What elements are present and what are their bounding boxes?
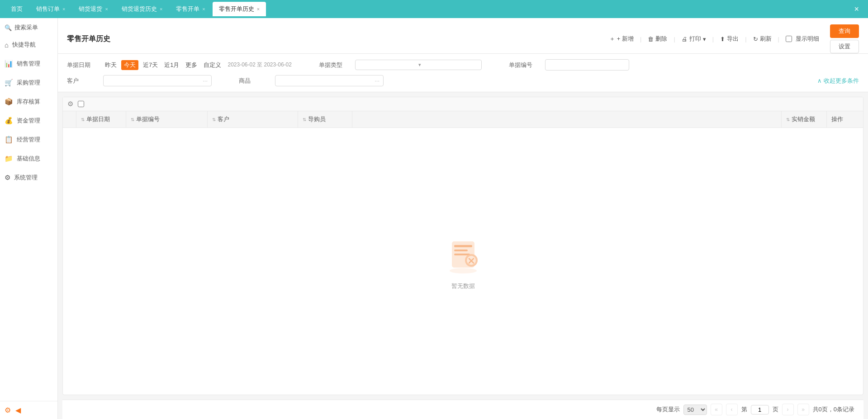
sidebar: 🔍 搜索采单 ⌂ 快捷导航 📊 销售管理 🛒 采购管理 📦 库存核算 💰 资金管… bbox=[0, 18, 58, 419]
basic-info-icon: 📁 bbox=[5, 155, 13, 163]
divider-1: | bbox=[640, 36, 641, 42]
order-num-input[interactable] bbox=[545, 59, 629, 71]
sidebar-item-system[interactable]: ⚙ 系统管理 bbox=[0, 168, 57, 187]
display-detail-input[interactable] bbox=[786, 36, 792, 42]
add-button[interactable]: ＋ + 新增 bbox=[609, 35, 634, 43]
th-empty bbox=[63, 111, 76, 127]
content-area: 零售开单历史 ＋ + 新增 | 🗑 删除 | 🖨 打印 ▾ | bbox=[58, 18, 868, 419]
goods-label: 商品 bbox=[239, 77, 266, 85]
goods-input[interactable]: ··· bbox=[275, 75, 384, 86]
svg-point-0 bbox=[450, 268, 477, 273]
display-detail-checkbox[interactable]: 显示明细 bbox=[786, 35, 819, 43]
tab-sales-return-history[interactable]: 销货退货历史 × bbox=[115, 2, 169, 16]
add-icon: ＋ bbox=[609, 35, 615, 43]
window-close-button[interactable]: × bbox=[849, 5, 863, 14]
th-date[interactable]: ⇅ 单据日期 bbox=[76, 111, 126, 127]
th-customer[interactable]: ⇅ 客户 bbox=[208, 111, 298, 127]
empty-state-icon bbox=[441, 232, 486, 278]
collapse-filter-button[interactable]: ∧ 收起更多条件 bbox=[817, 77, 859, 85]
sidebar-item-basic-info[interactable]: 📁 基础信息 bbox=[0, 149, 57, 168]
date-opt-7days[interactable]: 近7天 bbox=[141, 60, 160, 70]
customer-label: 客户 bbox=[67, 77, 94, 85]
close-tab-sales-return-icon[interactable]: × bbox=[105, 6, 108, 12]
management-icon: 📋 bbox=[5, 136, 13, 144]
order-type-select[interactable]: ▾ bbox=[355, 60, 482, 70]
print-icon: 🖨 bbox=[682, 36, 688, 42]
delete-button[interactable]: 🗑 删除 bbox=[648, 35, 667, 43]
page-first-button[interactable]: « bbox=[711, 404, 722, 415]
refresh-icon: ↻ bbox=[753, 36, 758, 42]
th-action: 操作 bbox=[827, 111, 863, 127]
query-button[interactable]: 查询 bbox=[830, 24, 859, 38]
page-prev-button[interactable]: ‹ bbox=[726, 404, 738, 415]
table-area: ⚙ ⇅ 单据日期 ⇅ 单据编号 ⇅ 客户 bbox=[62, 97, 863, 395]
sort-amount-icon: ⇅ bbox=[786, 117, 790, 122]
chevron-down-icon: ▾ bbox=[418, 62, 478, 68]
page-last-button[interactable]: » bbox=[797, 404, 809, 415]
close-tab-sales-order-icon[interactable]: × bbox=[62, 6, 65, 12]
select-all-checkbox[interactable] bbox=[78, 101, 84, 107]
purchase-icon: 🛒 bbox=[5, 79, 13, 87]
per-page-label: 每页显示 bbox=[656, 405, 680, 414]
table-body: 暂无数据 bbox=[63, 128, 863, 395]
sort-customer-icon: ⇅ bbox=[212, 117, 216, 122]
date-range-text: 2023-06-02 至 2023-06-02 bbox=[228, 61, 291, 69]
close-tab-retail-order-history-icon[interactable]: × bbox=[257, 6, 260, 12]
collapse-sidebar-icon[interactable]: ◀ bbox=[15, 406, 21, 414]
th-order-num[interactable]: ⇅ 单据编号 bbox=[126, 111, 208, 127]
filter-settings-button[interactable]: 设置 bbox=[830, 40, 859, 53]
sidebar-item-sales[interactable]: 📊 销售管理 bbox=[0, 54, 57, 73]
page-next-button[interactable]: › bbox=[782, 404, 794, 415]
tab-retail-order[interactable]: 零售开单 × bbox=[170, 2, 211, 16]
tab-retail-order-history[interactable]: 零售开单历史 × bbox=[213, 2, 266, 16]
system-icon: ⚙ bbox=[5, 174, 10, 182]
page-number-input[interactable] bbox=[751, 405, 769, 414]
th-extra bbox=[352, 111, 782, 127]
svg-rect-3 bbox=[454, 250, 468, 251]
table-toolbar: ⚙ bbox=[63, 97, 863, 111]
print-dropdown-icon: ▾ bbox=[703, 36, 706, 42]
sidebar-bottom: ⚙ ◀ bbox=[0, 401, 57, 419]
sidebar-item-finance[interactable]: 💰 资金管理 bbox=[0, 111, 57, 130]
customer-input[interactable]: ··· bbox=[103, 75, 212, 86]
close-tab-retail-order-icon[interactable]: × bbox=[202, 6, 205, 12]
filter-row-2: 客户 ··· 商品 ··· ∧ 收起更多条件 bbox=[67, 75, 859, 86]
pagination-bar: 每页显示 50 100 200 « ‹ 第 页 › » 共0页，0条记录 bbox=[62, 400, 863, 419]
home-icon: ⌂ bbox=[5, 41, 9, 49]
delete-icon: 🗑 bbox=[648, 36, 654, 42]
print-button[interactable]: 🖨 打印 ▾ bbox=[682, 35, 706, 43]
collapse-icon: ∧ bbox=[817, 77, 822, 84]
th-salesperson[interactable]: ⇅ 导购员 bbox=[298, 111, 352, 127]
settings-bottom-icon[interactable]: ⚙ bbox=[5, 406, 11, 414]
date-opt-custom[interactable]: 自定义 bbox=[202, 60, 223, 70]
tab-sales-return[interactable]: 销货退货 × bbox=[72, 2, 114, 16]
filter-area: 单据日期 昨天 今天 近7天 近1月 更多 自定义 2023-06-02 至 2… bbox=[58, 54, 868, 92]
close-tab-sales-return-history-icon[interactable]: × bbox=[160, 6, 162, 12]
tab-sales-order[interactable]: 销售订单 × bbox=[30, 2, 71, 16]
date-opt-more[interactable]: 更多 bbox=[184, 60, 199, 70]
tab-home[interactable]: 首页 bbox=[5, 2, 29, 16]
table-header: ⇅ 单据日期 ⇅ 单据编号 ⇅ 客户 ⇅ 导购员 ⇅ 实销 bbox=[63, 111, 863, 128]
export-button[interactable]: ⬆ 导出 bbox=[720, 35, 739, 43]
date-opt-yesterday[interactable]: 昨天 bbox=[103, 60, 119, 70]
finance-icon: 💰 bbox=[5, 117, 13, 125]
top-nav-bar: 首页 销售订单 × 销货退货 × 销货退货历史 × 零售开单 × 零售开单历史 … bbox=[0, 0, 868, 18]
divider-5: | bbox=[778, 36, 779, 42]
sidebar-item-management[interactable]: 📋 经营管理 bbox=[0, 130, 57, 149]
refresh-button[interactable]: ↻ 刷新 bbox=[753, 35, 772, 43]
sidebar-item-inventory[interactable]: 📦 库存核算 bbox=[0, 92, 57, 111]
page-size-select[interactable]: 50 100 200 bbox=[683, 405, 707, 415]
date-opt-today[interactable]: 今天 bbox=[121, 60, 138, 70]
column-settings-icon[interactable]: ⚙ bbox=[67, 100, 73, 108]
th-amount[interactable]: ⇅ 实销金额 bbox=[782, 111, 827, 127]
inventory-icon: 📦 bbox=[5, 98, 13, 106]
sort-date-icon: ⇅ bbox=[81, 117, 85, 122]
date-label: 单据日期 bbox=[67, 61, 94, 69]
sidebar-search[interactable]: 🔍 搜索采单 bbox=[0, 18, 57, 35]
sidebar-item-quick-nav[interactable]: ⌂ 快捷导航 bbox=[0, 35, 57, 54]
order-type-label: 单据类型 bbox=[319, 61, 346, 69]
sidebar-item-purchase[interactable]: 🛒 采购管理 bbox=[0, 73, 57, 92]
toolbar: ＋ + 新增 | 🗑 删除 | 🖨 打印 ▾ | ⬆ 导出 bbox=[609, 24, 859, 53]
date-opt-1month[interactable]: 近1月 bbox=[162, 60, 181, 70]
page-word: 页 bbox=[773, 405, 778, 414]
